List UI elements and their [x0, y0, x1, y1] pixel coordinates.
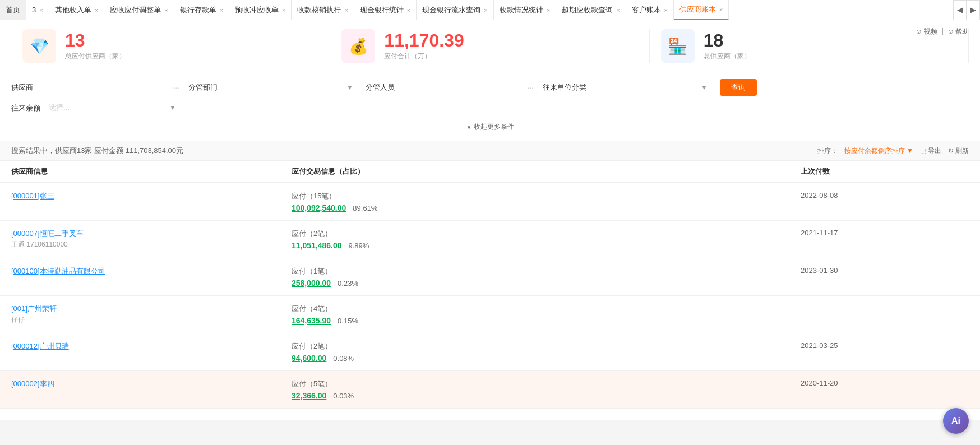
stat-icon-total-suppliers: 🏪	[661, 29, 695, 63]
transaction-amount-0[interactable]: 100,092,540.00	[292, 203, 346, 212]
supplier-link-000007[interactable]: [000007]恒旺二手叉车	[11, 229, 84, 238]
supplier-link-001[interactable]: [001]广州荣轩	[11, 304, 57, 313]
supplier-link-000012[interactable]: [000012]广州贝瑞	[11, 342, 69, 350]
stat-number-payable-suppliers: 13	[65, 31, 126, 49]
close-tab-collect-stat[interactable]: ×	[547, 7, 550, 13]
transaction-amount-1[interactable]: 11,051,486.00	[292, 241, 342, 250]
nav-tab-cash-bank-flow[interactable]: 现金银行流水查询×	[417, 0, 493, 20]
supplier-cell-0: [000001]张三	[11, 191, 292, 201]
help-link[interactable]: ⊙ 帮助	[948, 27, 969, 36]
transaction-percent-0: 89.61%	[353, 204, 377, 212]
supplier-cell-1: [000007]恒旺二手叉车王通 17106110000	[11, 229, 292, 249]
transaction-label-3: 应付（4笔）	[292, 304, 801, 314]
nav-tab-collect-stat[interactable]: 收款情况统计×	[494, 0, 556, 20]
nav-tab-customer-account[interactable]: 客户账本×	[626, 0, 674, 20]
transaction-row-0: 100,092,540.0089.61%	[292, 203, 801, 212]
collapse-button[interactable]: ∧ 收起更多条件	[460, 120, 521, 134]
transaction-row-2: 258,000.000.23%	[292, 279, 801, 288]
balance-filter-label: 往来余额	[11, 103, 42, 113]
close-tab-supplier-account[interactable]: ×	[719, 6, 723, 13]
table-row: [001]广州荣轩仔仔应付（4笔）164,635.900.15%	[0, 296, 980, 333]
result-bar: 搜索结果中，供应商13家 应付金额 111,703,854.00元 排序： 按应…	[0, 141, 980, 161]
transaction-label-4: 应付（2笔）	[292, 341, 801, 351]
transaction-amount-2[interactable]: 258,000.00	[292, 279, 331, 288]
transaction-percent-1: 9.89%	[349, 242, 369, 250]
header-last-payment: 上次付数	[801, 166, 969, 177]
header-actions: ⊙ 视频 | ⊙ 帮助	[916, 27, 969, 36]
close-tab-payable-adjust[interactable]: ×	[164, 7, 168, 13]
filter-category: 往来单位分类 ▼	[543, 81, 711, 94]
nav-tab-overdue-collect[interactable]: 超期应收款查询×	[556, 0, 626, 20]
main-table: 供应商信息 应付交易信息（占比） 上次付数 [000001]张三应付（15笔）1…	[0, 161, 980, 420]
video-link[interactable]: ⊙ 视频	[916, 27, 937, 36]
nav-tab-tab1[interactable]: 3×	[26, 0, 49, 20]
transaction-percent-5: 0.03%	[333, 392, 354, 400]
category-select[interactable]: ▼	[590, 81, 711, 94]
person-dots[interactable]: ···	[527, 83, 534, 92]
stat-label-total-suppliers: 总供应商（家）	[704, 52, 751, 61]
close-tab-customer-account[interactable]: ×	[664, 7, 668, 13]
nav-tab-home[interactable]: 首页	[0, 0, 26, 20]
close-tab-overdue-collect[interactable]: ×	[616, 7, 620, 13]
transaction-amount-4[interactable]: 94,600.00	[292, 354, 326, 363]
table-row: [000012]广州贝瑞应付（2笔）94,600.000.08%2021-03-…	[0, 333, 980, 371]
nav-tab-collect-verify[interactable]: 收款核销执行×	[292, 0, 354, 20]
supplier-dots[interactable]: ···	[173, 83, 179, 92]
category-dropdown-arrow: ▼	[701, 84, 708, 91]
transaction-percent-3: 0.15%	[338, 317, 358, 325]
action-divider: |	[942, 27, 944, 36]
supplier-link-000001[interactable]: [000001]张三	[11, 192, 54, 200]
stat-label-payable-total: 应付合计（万）	[384, 52, 464, 61]
close-tab-other-income[interactable]: ×	[95, 7, 98, 13]
close-tab-bank-deposit[interactable]: ×	[220, 7, 223, 13]
filter-row-1: 供应商 ··· 分管部门 ▼ 分管人员 ··· 往来单位分类 ▼ 查询	[11, 79, 969, 96]
stat-block-payable-total: 💰 11,170.39 应付合计（万）	[330, 29, 649, 63]
nav-tab-supplier-account[interactable]: 供应商账本×	[674, 0, 729, 20]
nav-tab-payable-adjust[interactable]: 应收应付调整单×	[104, 0, 174, 20]
nav-tab-prepay-collect[interactable]: 预收冲应收单×	[229, 0, 292, 20]
category-filter-label: 往来单位分类	[543, 82, 586, 92]
balance-select[interactable]: 选择... ▼	[45, 100, 179, 115]
supplier-link-000002[interactable]: [000002]李四	[11, 379, 54, 388]
query-button[interactable]: 查询	[720, 79, 757, 96]
filter-dept: 分管部门 ▼	[188, 81, 357, 94]
transaction-label-2: 应付（1笔）	[292, 266, 801, 276]
supplier-cell-5: [000002]李四	[11, 379, 292, 389]
transaction-row-1: 11,051,486.009.89%	[292, 241, 801, 250]
stat-icon-payable: 💰	[341, 29, 375, 63]
transaction-label-1: 应付（2笔）	[292, 229, 801, 239]
header-transaction: 应付交易信息（占比）	[292, 166, 801, 177]
nav-prev-arrow[interactable]: ◀	[953, 0, 967, 20]
nav-tab-cash-bank-stat[interactable]: 现金银行统计×	[354, 0, 417, 20]
dept-select[interactable]: ▼	[223, 81, 357, 94]
refresh-button[interactable]: ↻ 刷新	[948, 146, 969, 156]
supplier-input[interactable]	[45, 81, 169, 94]
transaction-label-5: 应付（5笔）	[292, 379, 801, 389]
filter-section: 供应商 ··· 分管部门 ▼ 分管人员 ··· 往来单位分类 ▼ 查询 往来	[0, 72, 980, 141]
nav-tab-bank-deposit[interactable]: 银行存款单×	[174, 0, 229, 20]
collapse-icon: ∧	[466, 123, 471, 131]
close-tab-cash-bank-stat[interactable]: ×	[407, 7, 410, 13]
export-button[interactable]: ⬚ 导出	[920, 146, 941, 156]
supplier-cell-3: [001]广州荣轩仔仔	[11, 304, 292, 325]
table-row: [000002]李四应付（5笔）32,366.000.03%2020-11-20	[0, 371, 980, 409]
table-row: [000001]张三应付（15笔）100,092,540.0089.61%202…	[0, 183, 980, 221]
nav-tab-other-income[interactable]: 其他收入单×	[49, 0, 104, 20]
dept-dropdown-arrow: ▼	[346, 84, 353, 91]
last-payment-cell-0: 2022-08-08	[801, 191, 969, 200]
close-tab-tab1[interactable]: ×	[39, 7, 43, 13]
top-navigation: 首页3×其他收入单×应收应付调整单×银行存款单×预收冲应收单×收款核销执行×现金…	[0, 0, 980, 20]
supplier-link-000100[interactable]: [000100]本特勤油品有限公司	[11, 267, 105, 275]
close-tab-prepay-collect[interactable]: ×	[282, 7, 285, 13]
close-tab-collect-verify[interactable]: ×	[344, 7, 348, 13]
close-tab-cash-bank-flow[interactable]: ×	[484, 7, 487, 13]
sort-value[interactable]: 按应付余额倒序排序 ▼	[844, 146, 913, 156]
transaction-row-4: 94,600.000.08%	[292, 354, 801, 363]
transaction-amount-5[interactable]: 32,366.00	[292, 391, 326, 400]
supplier-cell-2: [000100]本特勤油品有限公司	[11, 266, 292, 276]
filter-person: 分管人员 ···	[366, 81, 534, 94]
result-actions: 排序： 按应付余额倒序排序 ▼ ⬚ 导出 ↻ 刷新	[817, 146, 969, 156]
transaction-amount-3[interactable]: 164,635.90	[292, 316, 331, 325]
person-input[interactable]	[400, 81, 524, 94]
nav-next-arrow[interactable]: ▶	[967, 0, 980, 20]
